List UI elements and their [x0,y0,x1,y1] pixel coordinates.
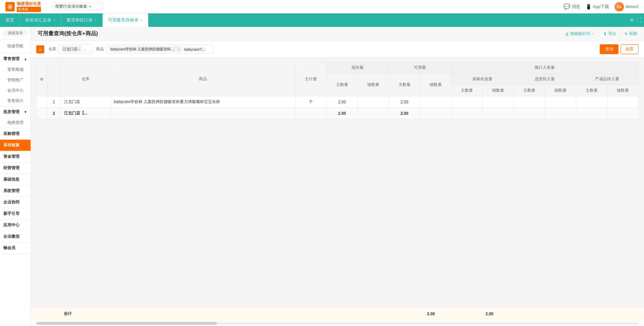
sidebar-section-finance-header[interactable]: 资金管理 [0,151,31,162]
sidebar-section-wholesale-header[interactable]: 批发管理 ▼ [0,106,31,118]
tab-receive-send[interactable]: 收发存汇总表 × [20,13,61,27]
product-tag1-remove[interactable]: × [178,47,180,51]
refresh-icon: ↻ [625,32,628,36]
tabs-expand-btn[interactable]: ⛶ [637,17,641,23]
nav-tabs-right: ✕ ⛶ [630,13,644,27]
message-btn[interactable]: 💬 消息 [564,3,580,10]
col-stock-header: 现存量 [326,62,389,74]
warehouse-tag-remove[interactable]: × [78,47,80,51]
filter-actions: 查询 设置 [600,44,639,54]
tab-home[interactable]: 首页 [0,13,20,27]
scroll-thumb[interactable] [36,322,217,325]
cell-purchase-main-1 [451,96,482,108]
tab-order-summary[interactable]: 要货单统计表 × [61,13,102,27]
message-icon: 💬 [564,3,570,10]
sidebar-section-purchase-header[interactable]: 采购管理 [0,128,31,139]
sidebar-section-newbie-header[interactable]: 新手引导 [0,208,31,219]
page-header: 可用量查询(按仓库+商品) 🖨 按模板打印 ▼ ⬆ 导出 ↻ 刷新 [31,27,644,41]
cell-unit-1: 个 [295,96,326,108]
print-btn[interactable]: 🖨 按模板打印 ▼ [565,31,595,37]
cell-avail-aux-2 [420,108,451,119]
sidebar-section-member-header[interactable]: 畅会员 [0,242,31,253]
top-bar: 好 畅捷通好生意 标准版 母婴行业演示账套 ▼ 💬 消息 📱 App下载 Ea … [0,0,644,13]
cell-product-aux-2 [607,108,638,119]
cell-inbound-main-2 [514,108,545,119]
sidebar-item-ecommerce[interactable]: 电商管理 [0,118,31,128]
sidebar-section-member: 畅会员 [0,242,31,254]
col-unit-header: 主计量 [295,62,326,96]
cell-product-main-1 [576,96,607,108]
tab-close-receive-send[interactable]: × [53,18,55,22]
sidebar-item-retail-stats[interactable]: 零售统计 [0,96,31,106]
user-menu[interactable]: Ea demo2 [614,2,639,11]
col-settings-header[interactable]: ⚙ [37,62,47,96]
filter-product-field: 商品 babycare学饮杯 儿童防摔防撞吸管杯重力球吸嘴杯宝宝水杯 × bab… [96,45,213,54]
warehouse-more[interactable]: ... [83,47,86,52]
sidebar-section-inventory-header[interactable]: 库存核算 [0,140,31,151]
sidebar-section-wechat-header[interactable]: 企业微信 [0,231,31,242]
sidebar-section-wholesale: 批发管理 ▼ 电商管理 [0,106,31,128]
warehouse-input[interactable]: 江北门店 × ... [58,45,92,54]
cell-warehouse-1: 江北门店 [61,96,111,108]
cell-inbound-main-1 [514,96,545,108]
filter-bar: » 仓库 江北门店 × ... 商品 babycare学饮杯 儿童防摔防撞吸管杯… [31,41,644,58]
tabs-close-all-btn[interactable]: ✕ [630,17,634,24]
cell-purchase-main-2 [451,108,482,119]
sidebar-section-system: 系统管理 [0,185,31,197]
sidebar-section-retail-header[interactable]: 零售管理 ▲ [0,53,31,64]
sidebar-item-member-center[interactable]: 会员中心 [0,85,31,96]
sidebar-section-enterprise-header[interactable]: 企业协同 [0,197,31,208]
app-download-btn[interactable]: 📱 App下载 [586,4,609,10]
cell-avail-main-1: 2.00 [389,96,420,108]
summary-purchase-main [528,309,546,319]
filter-warehouse-field: 仓库 江北门店 × ... [48,45,92,54]
page-title: 可用量查询(按仓库+商品) [38,30,98,37]
product-tag1: babycare学饮杯 儿童防摔防撞吸管杯重力球吸嘴杯宝宝水杯 × [109,46,181,52]
cell-product-2 [110,108,295,119]
sidebar-section-enterprise: 企业协同 [0,197,31,208]
cell-settings-2 [37,108,47,119]
summary-no-cell [47,309,60,319]
sidebar-item-marketing[interactable]: 营销推广 [0,75,31,85]
sidebar-search-area [0,27,31,39]
sidebar-section-operation-header[interactable]: 经营管理 [0,162,31,174]
filter-expand-btn[interactable]: » [36,45,44,53]
setting-btn[interactable]: 设置 [621,44,639,54]
product-tag2: babycare?... [183,47,206,52]
cell-avail-main-2: 2.00 [389,108,420,119]
summary-purchase-aux [546,309,565,319]
export-btn[interactable]: ⬆ 导出 [603,31,616,37]
print-icon: 🖨 [565,32,569,36]
top-bar-left: 好 畅捷通好生意 标准版 母婴行业演示账套 ▼ [5,1,102,12]
settings-icon[interactable]: ⚙ [40,77,44,82]
tab-close-available-stock[interactable]: × [141,18,143,22]
cell-no-2: 2 [47,108,61,119]
sidebar-item-retail-mall[interactable]: 零售商城 [0,64,31,75]
search-input[interactable] [3,30,28,36]
product-input[interactable]: babycare学饮杯 儿童防摔防撞吸管杯重力球吸嘴杯宝宝水杯 × babyca… [106,45,213,54]
summary-inbound-aux [583,309,602,319]
summary-product-main [602,309,620,319]
product-label: 商品 [96,46,104,52]
tab-close-order-summary[interactable]: × [95,18,97,22]
chevron-icon: ▲ [24,57,27,61]
refresh-btn[interactable]: ↻ 刷新 [625,31,637,37]
summary-product-cell [153,309,337,319]
sidebar-section-system-header[interactable]: 系统管理 [0,185,31,196]
logo-icon: 好 [5,2,15,11]
sidebar-section-operation: 经营管理 [0,162,31,174]
sidebar-item-quicknav[interactable]: 快捷导航 [0,41,31,52]
col-planned-header: 预计入库量 [451,62,638,74]
col-product-main-header: 主数量 [576,85,607,96]
query-btn[interactable]: 查询 [600,44,619,54]
scroll-track[interactable] [36,322,639,325]
industry-selector[interactable]: 母婴行业演示账套 ▼ [52,3,102,10]
svg-text:好: 好 [8,5,12,9]
sidebar-section-basic-header[interactable]: 基础信息 [0,174,31,185]
export-icon: ⬆ [603,32,607,36]
cell-avail-aux-1 [420,96,451,108]
summary-product-aux [620,309,639,319]
sidebar-section-appcenter-header[interactable]: 应用中心 [0,220,31,231]
cell-inbound-aux-1 [545,96,576,108]
tab-available-stock[interactable]: 可用量库存账本 × [103,13,148,27]
